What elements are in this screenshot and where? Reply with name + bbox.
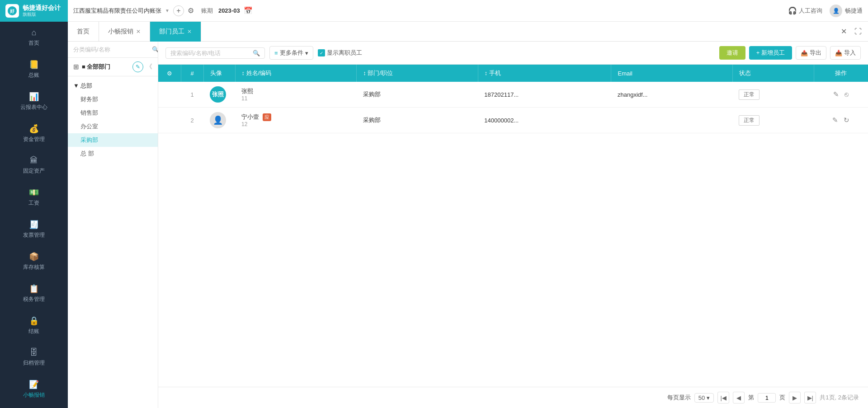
sidebar-item-assets[interactable]: 🏛 固定资产 xyxy=(0,150,68,181)
last-page-btn[interactable]: ▶| xyxy=(804,392,816,403)
sidebar-item-archive[interactable]: 🗄 归档管理 xyxy=(0,342,68,373)
sidebar-item-ledger[interactable]: 📒 总账 xyxy=(0,53,68,85)
row-dept-1: 采购部 xyxy=(357,82,478,108)
dept-search-input[interactable] xyxy=(73,46,149,53)
filter-arrow-icon: ▾ xyxy=(305,50,308,56)
logo-text: 畅捷通好会计 xyxy=(23,4,61,12)
row-avatar-2: 👤 xyxy=(203,108,235,133)
logo-area: 好 畅捷通好会计 旗舰版 xyxy=(0,0,68,22)
dept-node-xiaoshou[interactable]: 销售部 xyxy=(68,106,158,120)
col-status: 状态 xyxy=(732,65,814,82)
close-icon: 🔒 xyxy=(29,316,39,326)
filter-more-btn[interactable]: ≡ 更多条件 ▾ xyxy=(269,46,313,60)
edit-icon-1[interactable]: ✎ xyxy=(833,90,839,98)
tab-close-active-icon[interactable]: ✕ xyxy=(187,28,192,35)
sidebar-item-salary[interactable]: 💵 工资 xyxy=(0,181,68,213)
import-btn[interactable]: 📥 导入 xyxy=(830,46,861,60)
dropdown-arrow-icon[interactable]: ▼ xyxy=(165,8,170,13)
import-icon: 📥 xyxy=(835,50,842,56)
logo-sub: 旗舰版 xyxy=(23,11,61,18)
calendar-icon[interactable]: 📅 xyxy=(244,6,253,15)
dept-edit-btn[interactable]: ✎ xyxy=(132,61,143,72)
sidebar-item-home[interactable]: ⌂ 首页 xyxy=(0,22,68,53)
row-email-2 xyxy=(611,108,732,133)
dept-node-caiwu[interactable]: 财务部 xyxy=(68,93,158,106)
sidebar-item-reports[interactable]: 📊 云报表中心 xyxy=(0,85,68,117)
top-right: 🎧 人工咨询 👤 畅捷通 xyxy=(788,5,863,17)
settings-icon[interactable]: ⚙ xyxy=(188,6,194,15)
logout-icon-1[interactable]: ⎋ xyxy=(844,90,849,98)
dept-node-zongbu2[interactable]: 总 部 xyxy=(68,147,158,160)
support-link[interactable]: 🎧 人工咨询 xyxy=(788,6,822,15)
col-settings[interactable]: ⚙ xyxy=(158,65,181,82)
period-value: 2023-03 xyxy=(218,7,240,14)
page-size-select[interactable]: 50 ▾ xyxy=(694,393,714,403)
sidebar-item-inventory[interactable]: 📦 库存核算 xyxy=(0,245,68,277)
avatar: 👤 xyxy=(830,5,842,17)
emp-name-2: 宁小壹 xyxy=(241,113,259,121)
row-num-1: 1 xyxy=(181,82,203,108)
dept-tree: ▼ 总部 财务部 销售部 办公室 采购部 总 部 xyxy=(68,76,158,408)
all-depts-label[interactable]: ■ 全部部门 xyxy=(82,63,130,71)
edit-icon-2[interactable]: ✎ xyxy=(832,116,838,124)
tab-home[interactable]: 首页 xyxy=(68,22,99,42)
tab-close-icon[interactable]: ✕ xyxy=(136,28,141,35)
employee-search-input[interactable] xyxy=(170,50,250,56)
dept-node-zongbu[interactable]: ▼ 总部 xyxy=(68,79,158,93)
dept-panel: 🔍 ⊞ ■ 全部部门 ✎ 《 ▼ 总部 财务部 销售部 xyxy=(68,42,158,408)
expense-icon: 📝 xyxy=(29,380,39,389)
tab-close-window-btn[interactable]: ✕ xyxy=(837,25,850,38)
add-employee-btn[interactable]: + 新增员工 xyxy=(749,46,792,60)
sidebar-item-label: 归档管理 xyxy=(23,359,45,367)
col-name[interactable]: ↕ 姓名/编码 xyxy=(235,65,357,82)
dept-collapse-btn[interactable]: 《 xyxy=(146,63,152,71)
employee-toolbar: 🔍 ≡ 更多条件 ▾ ✓ 显示离职员工 邀请 + 新增员工 xyxy=(158,42,868,65)
export-btn[interactable]: 📤 导出 xyxy=(796,46,826,60)
row-select-1[interactable] xyxy=(158,82,181,108)
inventory-icon: 📦 xyxy=(29,252,39,262)
row-status-2: 正常 xyxy=(732,108,814,133)
invite-btn[interactable]: 邀请 xyxy=(719,46,745,60)
sidebar-item-label: 工资 xyxy=(28,199,39,207)
tab-actions: ✕ ⛶ xyxy=(837,25,868,38)
row-email-1: zhangxidf... xyxy=(611,82,732,108)
sidebar-item-expense[interactable]: 📝 小畅报销 xyxy=(0,373,68,405)
col-email: Email xyxy=(611,65,732,82)
tab-expense[interactable]: 小畅报销 ✕ xyxy=(99,22,150,42)
tab-dept-employee[interactable]: 部门员工 ✕ xyxy=(150,22,201,42)
sidebar-item-close[interactable]: 🔒 结账 xyxy=(0,310,68,342)
page-number-input[interactable] xyxy=(758,393,776,403)
sidebar-item-settings[interactable]: ⚙ 基础设置 xyxy=(0,405,68,408)
first-page-btn[interactable]: |◀ xyxy=(717,392,729,403)
dept-node-caigou[interactable]: 采购部 xyxy=(68,133,158,147)
export-icon: 📤 xyxy=(801,50,808,56)
next-page-btn[interactable]: ▶ xyxy=(789,392,801,403)
employee-search-icon[interactable]: 🔍 xyxy=(253,50,260,56)
row-select-2[interactable] xyxy=(158,108,181,133)
employee-table-wrap: ⚙ # 头像 ↕ 姓名/编码 ↕ 部门/职位 ↕ 手机 xyxy=(158,65,868,387)
add-company-btn[interactable]: + xyxy=(173,5,184,16)
pagination: 每页显示 50 ▾ |◀ ◀ 第 页 ▶ ▶| 共1页, 2条记录 xyxy=(158,387,868,408)
dept-node-bangongshi[interactable]: 办公室 xyxy=(68,120,158,133)
col-phone[interactable]: ↕ 手机 xyxy=(478,65,611,82)
sidebar-item-tax[interactable]: 📋 税务管理 xyxy=(0,277,68,310)
prev-page-btn[interactable]: ◀ xyxy=(733,392,745,403)
dept-search-icon[interactable]: 🔍 xyxy=(152,46,158,53)
row-name-2: 宁小壹 应 12 xyxy=(235,108,357,133)
show-resign-toggle[interactable]: ✓ 显示离职员工 xyxy=(318,49,362,57)
tab-maximize-btn[interactable]: ⛶ xyxy=(852,25,864,38)
row-num-2: 2 xyxy=(181,108,203,133)
emp-name-1: 张熙 xyxy=(241,87,350,95)
grid-icon: ⊞ xyxy=(73,63,79,71)
archive-icon: 🗄 xyxy=(30,348,38,357)
total-info: 共1页, 2条记录 xyxy=(820,394,859,402)
reports-icon: 📊 xyxy=(29,92,39,102)
tax-icon: 📋 xyxy=(29,284,39,294)
sidebar-item-invoice[interactable]: 🧾 发票管理 xyxy=(0,213,68,245)
col-dept[interactable]: ↕ 部门/职位 xyxy=(357,65,478,82)
sidebar-item-label: 总账 xyxy=(28,71,39,79)
sidebar-item-funds[interactable]: 💰 资金管理 xyxy=(0,117,68,150)
sidebar-item-label: 税务管理 xyxy=(23,295,45,303)
refresh-icon-2[interactable]: ↻ xyxy=(844,116,849,124)
user-info[interactable]: 👤 畅捷通 xyxy=(830,5,863,17)
